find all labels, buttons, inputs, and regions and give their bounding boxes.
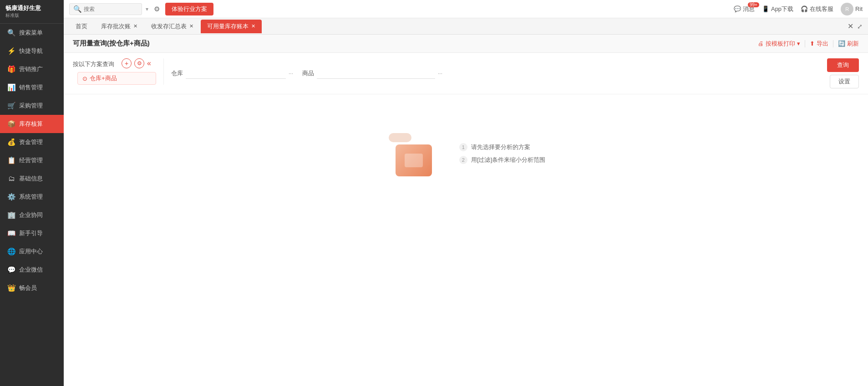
empty-state: 1 请先选择要分析的方案 2 用[过滤]条件来缩小分析范围 [64,94,868,213]
filter-label: 按以下方案查询 [73,58,114,68]
tab-home[interactable]: 首页 [69,20,94,33]
tab-receive-summary-close-icon[interactable]: ✕ [189,23,193,29]
sidebar-item-label: 经营管理 [19,156,43,165]
operation-icon: 📋 [7,156,15,165]
sidebar-item-wechat[interactable]: 💬 企业微信 [0,261,64,279]
search-icon: 🔍 [7,29,15,37]
sidebar-item-label: 搜索菜单 [19,29,43,37]
sidebar-item-system[interactable]: ⚙️ 系统管理 [0,188,64,206]
window-close-icon[interactable]: ✕ [848,22,853,31]
export-button[interactable]: ⬆ 导出 [810,40,828,48]
search-chevron-icon[interactable]: ▾ [146,6,148,12]
main-area: 🔍 ▾ ⚙ 体验行业方案 💬 消息 99+ 📱 App下载 🎧 在线客服 R [64,0,868,386]
export-icon: ⬆ [810,40,815,47]
user-profile[interactable]: R Rit [841,3,863,15]
sidebar-item-label: 资金管理 [19,138,43,146]
filter-collapse-button[interactable]: « [147,59,151,67]
filter-setting-button[interactable]: ⚙ [134,58,144,68]
empty-hints: 1 请先选择要分析的方案 2 用[过滤]条件来缩小分析范围 [459,143,545,164]
sidebar-item-vip[interactable]: 👑 畅会员 [0,279,64,297]
trial-industry-button[interactable]: 体验行业方案 [165,3,213,15]
product-input[interactable] [317,68,435,79]
query-button[interactable]: 查询 [827,58,859,72]
sidebar-item-label: 新手引导 [19,229,43,237]
tabs-window-controls: ✕ ⤢ [848,22,863,31]
tab-batch-account[interactable]: 库存批次账 ✕ [95,20,144,33]
field-settings-button[interactable]: 设置 [830,75,859,88]
filter-row: 按以下方案查询 + ⚙ « ⊙ 仓库+商品 [64,53,868,94]
filter-scheme-panel: 按以下方案查询 + ⚙ « ⊙ 仓库+商品 [73,58,164,85]
system-icon: ⚙️ [7,193,15,201]
sidebar-item-label: 销售管理 [19,83,43,92]
sidebar-item-shortcut[interactable]: ⚡ 快捷导航 [0,42,64,60]
filter-add-button[interactable]: + [122,58,132,68]
sidebar-item-appcenter[interactable]: 🌐 应用中心 [0,242,64,261]
refresh-button[interactable]: 🔄 刷新 [838,40,859,48]
app-download-button[interactable]: 📱 App下载 [762,5,793,13]
online-service-button[interactable]: 🎧 在线客服 [801,5,833,13]
sidebar-item-basic[interactable]: 🗂 基础信息 [0,170,64,188]
divider-1 [805,40,805,47]
basic-icon: 🗂 [7,175,15,182]
warehouse-more-button[interactable]: ··· [289,70,293,77]
hint-text-2: 用[过滤]条件来缩小分析范围 [471,156,545,164]
topbar: 🔍 ▾ ⚙ 体验行业方案 💬 消息 99+ 📱 App下载 🎧 在线客服 R [64,0,868,18]
filter-header: 按以下方案查询 + ⚙ « [73,58,156,68]
product-more-button[interactable]: ··· [438,70,442,77]
settings-gear-icon[interactable]: ⚙ [154,5,160,13]
empty-content: 1 请先选择要分析的方案 2 用[过滤]条件来缩小分析范围 [386,131,545,176]
hint-text-1: 请先选择要分析的方案 [471,143,530,151]
template-print-button[interactable]: 🖨 按模板打印 ▾ [758,40,800,48]
sidebar-item-enterprise[interactable]: 🏢 企业协同 [0,206,64,224]
sidebar-item-inventory[interactable]: 📦 库存核算 [0,115,64,133]
sidebar-item-label: 企业协同 [19,211,43,219]
tab-receive-summary[interactable]: 收发存汇总表 ✕ [145,20,200,33]
tab-available-qty[interactable]: 可用量库存账本 ✕ [201,20,262,33]
topbar-search-icon: 🔍 [73,5,82,13]
avatar: R [841,3,853,15]
sidebar-nav: 🔍 搜索菜单 ⚡ 快捷导航 🎁 营销推广 📊 销售管理 🛒 采购管理 📦 库存核… [0,24,64,386]
sidebar-item-label: 应用中心 [19,247,43,256]
sidebar-item-search[interactable]: 🔍 搜索菜单 [0,24,64,42]
sidebar-item-label: 采购管理 [19,102,43,110]
sidebar-item-label: 营销推广 [19,65,43,73]
search-input[interactable] [84,6,138,12]
sidebar-item-newuser[interactable]: 📖 新手引导 [0,224,64,242]
shortcut-icon: ⚡ [7,47,15,55]
refresh-icon: 🔄 [838,40,845,47]
sidebar-item-label: 快捷导航 [19,47,43,55]
sidebar-item-sales[interactable]: 📊 销售管理 [0,78,64,97]
divider-2 [833,40,833,47]
fields-row: 仓库 ··· 商品 ··· 查询 设置 [171,58,859,88]
service-label: 在线客服 [810,5,833,13]
empty-illustration [386,131,441,176]
print-chevron-icon: ▾ [797,40,800,47]
tab-available-qty-label: 可用量库存账本 [207,22,249,31]
template-print-label: 按模板打印 [766,40,795,48]
gift-icon: 🎁 [7,65,15,73]
tab-receive-summary-label: 收发存汇总表 [151,22,187,31]
enterprise-icon: 🏢 [7,211,15,219]
scheme-list: ⊙ 仓库+商品 [73,72,156,85]
sidebar-item-purchase[interactable]: 🛒 采购管理 [0,97,64,115]
scheme-warehouse-product[interactable]: ⊙ 仓库+商品 [77,72,156,85]
refresh-label: 刷新 [847,40,859,48]
warehouse-input[interactable] [186,68,286,79]
hint-num-1: 1 [459,143,467,151]
sidebar-item-operation[interactable]: 📋 经营管理 [0,151,64,170]
window-expand-icon[interactable]: ⤢ [857,23,863,30]
sidebar-item-finance[interactable]: 💰 资金管理 [0,133,64,151]
inventory-icon: 📦 [7,120,15,128]
tab-available-qty-close-icon[interactable]: ✕ [251,23,255,29]
message-button[interactable]: 💬 消息 99+ [734,5,755,13]
app-tag: 标准版 [5,12,58,19]
message-badge: 99+ [748,2,759,7]
topbar-search-box[interactable]: 🔍 [69,3,142,15]
message-icon: 💬 [734,5,741,12]
topbar-right-actions: 💬 消息 99+ 📱 App下载 🎧 在线客服 R Rit [734,3,863,15]
page-header: 可用量查询(按仓库+商品) 🖨 按模板打印 ▾ ⬆ 导出 🔄 [64,35,868,53]
tab-batch-account-close-icon[interactable]: ✕ [133,23,137,29]
newuser-icon: 📖 [7,229,15,237]
sidebar-item-marketing[interactable]: 🎁 营销推广 [0,60,64,78]
warehouse-label: 仓库 [171,69,183,77]
